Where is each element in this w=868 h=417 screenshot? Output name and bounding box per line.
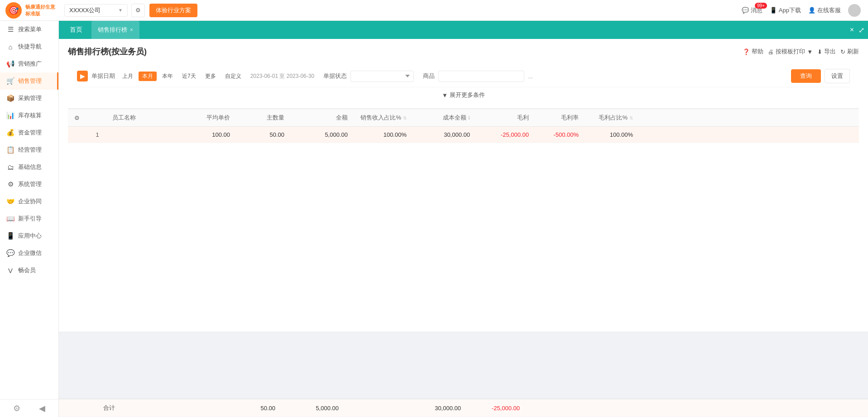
sidebar-item-label: 企业微信 [18, 249, 42, 257]
company-name: XXXXX公司 [69, 6, 115, 14]
page-header: 销售排行榜(按业务员) ❓ 帮助 🖨 按模板打印 ▼ [68, 46, 859, 57]
date-tab-custom[interactable]: 自定义 [221, 72, 245, 81]
finance-icon: 💰 [6, 129, 14, 137]
goods-label: 商品 [423, 72, 435, 80]
total-profit-pct [575, 403, 629, 412]
table-row: 1 100.00 50.00 5,000.00 100.00% 30,000.0… [68, 127, 859, 143]
date-tab-this-year[interactable]: 本年 [158, 72, 177, 81]
col-name-header: 员工名称 [109, 109, 181, 126]
total-qty: 50.00 [226, 400, 281, 416]
date-tab-this-month[interactable]: 本月 [139, 72, 157, 81]
sidebar-item-inventory[interactable]: 📊 库存核算 [0, 107, 58, 124]
sidebar-item-search[interactable]: ☰ 搜索菜单 [0, 21, 58, 38]
query-button[interactable]: 查询 [791, 69, 821, 83]
company-selector[interactable]: XXXXX公司 ▼ [64, 4, 128, 17]
online-service-label: 在线客服 [817, 6, 841, 14]
date-tab-last-month[interactable]: 上月 [119, 72, 137, 81]
purchase-icon: 📦 [6, 94, 14, 102]
col-index-header [86, 113, 109, 122]
sidebar-item-system[interactable]: ⚙ 系统管理 [0, 176, 58, 193]
app-download-button[interactable]: 📱 App下载 [770, 6, 801, 14]
sidebar-item-apps[interactable]: 📱 应用中心 [0, 227, 58, 244]
col-revenue-pct-header: 销售收入占比% ⇅ [353, 109, 412, 126]
member-icon: V [6, 266, 14, 274]
system-icon: ⚙ [6, 180, 14, 188]
sidebar-item-collaboration[interactable]: 🤝 企业协同 [0, 193, 58, 210]
chevron-down-icon: ▼ [442, 92, 448, 99]
print-label: 按模板打印 [776, 48, 805, 56]
expand-icon[interactable]: ▶ [77, 71, 88, 81]
revenue-sort-icon[interactable]: ⇅ [403, 115, 407, 120]
help-label: 帮助 [752, 48, 763, 56]
total-profit-rate [525, 403, 575, 412]
guide-icon: 📖 [6, 215, 14, 223]
inventory-icon: 📊 [6, 111, 14, 120]
app-download-label: App下载 [779, 6, 801, 14]
help-button[interactable]: ❓ 帮助 [743, 48, 763, 56]
sidebar-item-label: 畅会员 [18, 266, 36, 274]
sidebar-item-label: 系统管理 [18, 180, 42, 188]
col-settings[interactable]: ⚙ [68, 110, 86, 126]
tab-sales-ranking-label: 销售排行榜 [98, 26, 127, 34]
sidebar-item-marketing[interactable]: 📢 营销推广 [0, 55, 58, 72]
status-label: 单据状态 [323, 72, 347, 80]
col-profit-header: 毛利 [475, 109, 534, 126]
sidebar-item-guide[interactable]: 📖 新手引导 [0, 210, 58, 227]
row-cost: 30,000.00 [412, 127, 475, 143]
sidebar-item-purchase[interactable]: 📦 采购管理 [0, 90, 58, 107]
filter-area: ▶ 单据日期 上月 本月 本年 近7天 更多 自定义 [68, 63, 859, 109]
home-icon: ⌂ [6, 43, 14, 51]
sidebar-settings-button[interactable]: ⚙ [13, 403, 20, 413]
marketing-icon: 📢 [6, 60, 14, 68]
row-profit-pct: 100.00% [584, 127, 638, 143]
sidebar-item-label: 快捷导航 [18, 43, 42, 51]
sidebar-item-member[interactable]: V 畅会员 [0, 262, 58, 279]
window-maximize-icon[interactable]: ⤢ [858, 26, 864, 34]
logo-text: 畅康通好生意 标准版 [25, 4, 55, 17]
sidebar-item-basics[interactable]: 🗂 基础信息 [0, 158, 58, 176]
tab-close-icon[interactable]: × [130, 27, 133, 33]
window-close-icon[interactable]: × [850, 26, 854, 34]
sidebar-collapse-button[interactable]: ◀ [39, 403, 45, 413]
tab-bar: 首页 销售排行榜 × × ⤢ [59, 21, 868, 39]
export-icon: ⬇ [817, 48, 822, 55]
page-title: 销售排行榜(按业务员) [68, 46, 147, 57]
date-tab-more[interactable]: 更多 [201, 72, 220, 81]
total-avg-price [172, 403, 226, 412]
user-avatar-area[interactable] [848, 4, 863, 17]
date-tab-7days[interactable]: 近7天 [178, 72, 200, 81]
row-avg-price: 100.00 [181, 127, 235, 143]
total-index [77, 403, 100, 412]
more-filters-toggle[interactable]: ▼ 展开更多条件 [77, 87, 850, 103]
date-filter: ▶ 单据日期 上月 本月 本年 近7天 更多 自定义 [77, 71, 314, 81]
export-button[interactable]: ⬇ 导出 [817, 48, 836, 56]
message-button[interactable]: 💬 消息 99+ [742, 6, 762, 14]
sidebar-item-management[interactable]: 📋 经营管理 [0, 141, 58, 158]
col-qty-header: 主数量 [235, 109, 290, 126]
tab-sales-ranking[interactable]: 销售排行榜 × [91, 21, 139, 39]
export-label: 导出 [824, 48, 836, 56]
sidebar-item-label: 搜索菜单 [18, 25, 42, 34]
sidebar-item-shortcuts[interactable]: ⌂ 快捷导航 [0, 38, 58, 55]
sidebar-item-sales[interactable]: 🛒 销售管理 [0, 72, 58, 90]
profit-pct-sort-icon[interactable]: ⇅ [629, 115, 633, 120]
refresh-button[interactable]: ↻ 刷新 [840, 48, 859, 56]
table-settings-button[interactable]: 设置 [825, 69, 850, 83]
more-filters-label: 展开更多条件 [450, 91, 485, 99]
filter-ellipsis[interactable]: ... [528, 73, 533, 80]
status-select[interactable] [350, 71, 414, 82]
goods-input[interactable] [438, 71, 524, 82]
sidebar-item-label: 应用中心 [18, 232, 42, 240]
online-service-button[interactable]: 👤 在线客服 [808, 6, 841, 14]
col-profit-rate-header: 毛利率 [534, 109, 584, 126]
settings-icon[interactable]: ⚙ [131, 4, 145, 17]
sidebar-item-wechat[interactable]: 💬 企业微信 [0, 244, 58, 262]
trial-button[interactable]: 体验行业方案 [149, 4, 197, 17]
tab-home[interactable]: 首页 [62, 21, 90, 39]
cost-info-icon[interactable]: ℹ [468, 115, 470, 121]
sidebar-item-finance[interactable]: 💰 资金管理 [0, 124, 58, 141]
print-template-button[interactable]: 🖨 按模板打印 ▼ [768, 48, 813, 56]
total-revenue-pct [344, 403, 403, 412]
sidebar-item-label: 营销推广 [18, 60, 42, 68]
sidebar-item-label: 销售管理 [18, 77, 42, 85]
